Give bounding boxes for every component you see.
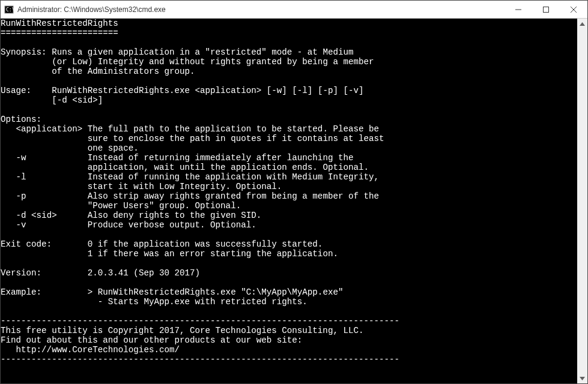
scroll-down-button[interactable] xyxy=(577,373,587,383)
option-desc: Also deny rights to the given SID. xyxy=(88,211,261,220)
option-desc: Produce verbose output. Optional. xyxy=(88,220,256,230)
vertical-scrollbar[interactable] xyxy=(577,19,587,383)
example-label: Example: xyxy=(1,287,41,297)
close-button[interactable] xyxy=(560,1,587,18)
option-desc: start it with Low Integrity. Optional. xyxy=(88,182,282,191)
header-rule: ======================= xyxy=(1,28,118,38)
usage-line: [-d <sid>] xyxy=(52,95,103,105)
option-key: -v xyxy=(16,220,26,230)
svg-text:C:\: C:\ xyxy=(6,7,14,13)
horizontal-rule: ----------------------------------------… xyxy=(1,316,399,326)
synopsis-line: Runs a given application in a "restricte… xyxy=(52,47,353,57)
example-line: > RunWithRestrictedRights.exe "C:\MyApp\… xyxy=(88,287,344,297)
synopsis-line: (or Low) Integrity and without rights gr… xyxy=(52,57,374,67)
option-desc: sure to enclose the path in quotes if it… xyxy=(88,134,384,143)
option-key: -p xyxy=(16,191,26,201)
option-key: -d <sid> xyxy=(16,211,57,220)
version-value: 2.0.3.41 (Sep 30 2017) xyxy=(88,268,200,278)
window-title: Administrator: C:\Windows\System32\cmd.e… xyxy=(17,5,505,14)
footer-line: Find out about this and our other produc… xyxy=(1,335,302,345)
option-desc: application, wait until the application … xyxy=(88,163,369,172)
usage-line: RunWithRestrictedRights.exe <application… xyxy=(52,86,363,95)
synopsis-line: of the Administrators group. xyxy=(52,67,195,76)
console-output[interactable]: RunWithRestrictedRights ================… xyxy=(1,19,577,383)
tool-name: RunWithRestrictedRights xyxy=(1,19,118,28)
exit-code-label: Exit code: xyxy=(1,239,52,249)
svg-marker-7 xyxy=(580,377,585,380)
option-key: -l xyxy=(16,172,26,182)
option-desc: Instead of running the application with … xyxy=(88,172,379,182)
maximize-button[interactable] xyxy=(532,1,560,18)
horizontal-rule: ----------------------------------------… xyxy=(1,355,399,364)
option-desc: one space. xyxy=(88,143,139,153)
scroll-track[interactable] xyxy=(577,29,587,373)
option-key: -w xyxy=(16,153,26,163)
option-desc: Instead of returning immediately after l… xyxy=(88,153,354,163)
exit-code-line: 1 if there was an error starting the app… xyxy=(88,249,338,259)
console-container: RunWithRestrictedRights ================… xyxy=(1,19,587,383)
option-desc: "Power Users" group. Optional. xyxy=(88,201,241,211)
footer-line: This free utility is Copyright 2017, Cor… xyxy=(1,326,364,335)
minimize-button[interactable] xyxy=(505,1,532,18)
usage-label: Usage: xyxy=(1,86,31,95)
cmd-icon: C:\ xyxy=(4,5,14,14)
option-desc: The full path to the application to be s… xyxy=(88,124,379,134)
option-desc: Also strip away rights granted from bein… xyxy=(88,191,379,201)
svg-marker-6 xyxy=(580,22,585,26)
synopsis-label: Synopsis: xyxy=(1,47,47,57)
svg-rect-3 xyxy=(544,7,549,12)
scroll-up-button[interactable] xyxy=(577,19,587,29)
footer-url: http://www.CoreTechnologies.com/ xyxy=(1,345,180,355)
example-line: - Starts MyApp.exe with retricted rights… xyxy=(88,297,308,307)
window-controls xyxy=(505,1,587,18)
option-key: <application> xyxy=(16,124,83,134)
version-label: Version: xyxy=(1,268,41,278)
title-bar: C:\ Administrator: C:\Windows\System32\c… xyxy=(1,1,587,19)
options-label: Options: xyxy=(1,115,41,124)
exit-code-line: 0 if the application was successfully st… xyxy=(88,239,323,249)
